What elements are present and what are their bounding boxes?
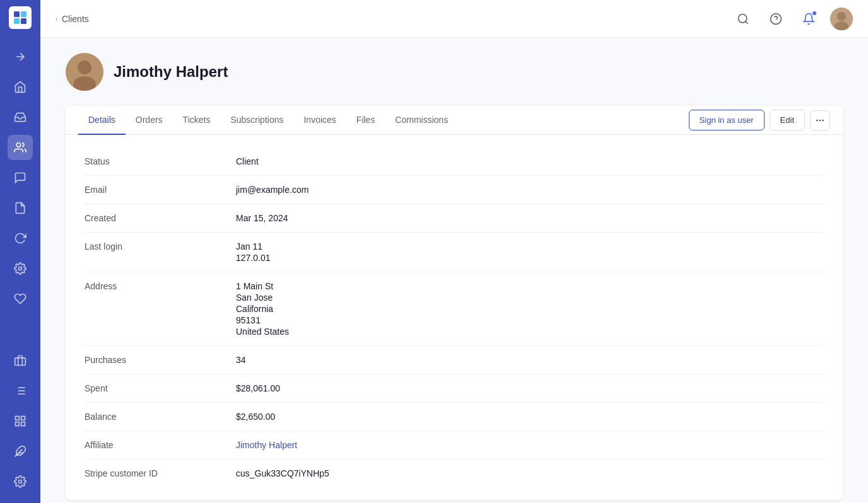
breadcrumb-arrow: ‹ bbox=[56, 14, 58, 23]
detail-value-affiliate[interactable]: Jimothy Halpert bbox=[236, 440, 824, 450]
user-avatar[interactable] bbox=[830, 8, 853, 30]
detail-label-stripe-id: Stripe customer ID bbox=[85, 468, 236, 478]
detail-label-purchases: Purchases bbox=[85, 355, 236, 365]
notification-badge bbox=[811, 10, 818, 16]
detail-label-address: Address bbox=[85, 281, 236, 337]
detail-row-spent: Spent $28,061.00 bbox=[85, 374, 824, 403]
edit-button[interactable]: Edit bbox=[770, 110, 805, 130]
tab-commissions[interactable]: Commissions bbox=[385, 106, 458, 135]
sidebar-item-handshake[interactable] bbox=[8, 286, 33, 311]
svg-point-28 bbox=[78, 61, 91, 74]
address-city: San Jose bbox=[236, 292, 824, 303]
sign-in-as-user-button[interactable]: Sign in as user bbox=[689, 110, 765, 130]
svg-point-32 bbox=[822, 119, 824, 121]
sidebar-item-document[interactable] bbox=[8, 195, 33, 221]
tab-subscriptions[interactable]: Subscriptions bbox=[220, 106, 293, 135]
tab-tickets[interactable]: Tickets bbox=[173, 106, 221, 135]
detail-row-address: Address 1 Main St San Jose California 95… bbox=[85, 272, 824, 346]
sidebar-item-plugin[interactable] bbox=[8, 439, 33, 464]
address-zip: 95131 bbox=[236, 315, 824, 325]
address-state: California bbox=[236, 304, 824, 314]
tabs-actions: Sign in as user Edit bbox=[689, 110, 830, 130]
address-country: United States bbox=[236, 327, 824, 337]
client-avatar bbox=[66, 53, 103, 91]
svg-rect-1 bbox=[21, 11, 26, 17]
sidebar-item-users[interactable] bbox=[8, 135, 33, 160]
detail-value-purchases: 34 bbox=[236, 355, 824, 365]
detail-label-balance: Balance bbox=[85, 412, 236, 422]
svg-rect-2 bbox=[14, 18, 20, 24]
detail-value-last-login: Jan 11 127.0.01 bbox=[236, 241, 824, 263]
detail-table: Status Client Email jim@example.com Crea… bbox=[66, 135, 843, 500]
svg-rect-3 bbox=[21, 18, 26, 24]
breadcrumb: ‹ Clients bbox=[56, 14, 89, 24]
sidebar-item-grid[interactable] bbox=[8, 408, 33, 434]
client-name: Jimothy Halpert bbox=[114, 63, 228, 81]
sidebar-item-refresh[interactable] bbox=[8, 226, 33, 251]
sidebar-item-settings[interactable] bbox=[8, 469, 33, 494]
detail-value-created: Mar 15, 2024 bbox=[236, 213, 824, 223]
detail-card: Details Orders Tickets Subscriptions Inv… bbox=[66, 106, 843, 500]
tab-orders[interactable]: Orders bbox=[126, 106, 173, 135]
detail-row-stripe-id: Stripe customer ID cus_Guk33CQ7iYNHp5 bbox=[85, 460, 824, 487]
svg-point-31 bbox=[819, 119, 821, 121]
tab-invoices[interactable]: Invoices bbox=[293, 106, 346, 135]
sidebar-item-arrow-right[interactable] bbox=[8, 44, 33, 69]
client-header: Jimothy Halpert bbox=[66, 53, 843, 91]
detail-label-spent: Spent bbox=[85, 383, 236, 393]
header-actions bbox=[732, 8, 853, 30]
detail-value-status: Client bbox=[236, 156, 824, 166]
svg-rect-13 bbox=[16, 417, 20, 420]
svg-line-21 bbox=[746, 21, 748, 23]
tab-files[interactable]: Files bbox=[346, 106, 385, 135]
help-button[interactable] bbox=[765, 8, 787, 30]
detail-label-affiliate: Affiliate bbox=[85, 440, 236, 450]
page-header: ‹ Clients bbox=[40, 0, 868, 38]
detail-row-purchases: Purchases 34 bbox=[85, 346, 824, 374]
detail-row-balance: Balance $2,650.00 bbox=[85, 403, 824, 431]
detail-label-email: Email bbox=[85, 185, 236, 195]
last-login-date: Jan 11 bbox=[236, 241, 824, 252]
detail-label-status: Status bbox=[85, 156, 236, 166]
svg-point-4 bbox=[16, 143, 21, 147]
detail-row-last-login: Last login Jan 11 127.0.01 bbox=[85, 233, 824, 272]
svg-point-25 bbox=[837, 12, 846, 21]
svg-rect-15 bbox=[21, 422, 25, 426]
svg-rect-0 bbox=[14, 11, 20, 17]
last-login-ip: 127.0.01 bbox=[236, 253, 824, 263]
sidebar-item-chat[interactable] bbox=[8, 165, 33, 190]
detail-value-address: 1 Main St San Jose California 95131 Unit… bbox=[236, 281, 824, 337]
detail-label-last-login: Last login bbox=[85, 241, 236, 263]
detail-row-affiliate: Affiliate Jimothy Halpert bbox=[85, 431, 824, 460]
address-street: 1 Main St bbox=[236, 281, 824, 291]
detail-row-email: Email jim@example.com bbox=[85, 176, 824, 204]
main-content: ‹ Clients bbox=[40, 0, 868, 503]
sidebar-item-home[interactable] bbox=[8, 74, 33, 100]
detail-row-status: Status Client bbox=[85, 147, 824, 176]
breadcrumb-clients-link[interactable]: Clients bbox=[62, 14, 89, 24]
detail-label-created: Created bbox=[85, 213, 236, 223]
sidebar bbox=[0, 0, 40, 503]
sidebar-item-inbox[interactable] bbox=[8, 105, 33, 130]
tab-details[interactable]: Details bbox=[78, 106, 126, 135]
detail-value-spent: $28,061.00 bbox=[236, 383, 824, 393]
detail-value-stripe-id: cus_Guk33CQ7iYNHp5 bbox=[236, 468, 824, 478]
search-button[interactable] bbox=[732, 8, 754, 30]
tabs-header: Details Orders Tickets Subscriptions Inv… bbox=[66, 106, 843, 135]
svg-rect-16 bbox=[16, 422, 20, 426]
svg-point-5 bbox=[19, 267, 22, 270]
detail-value-email: jim@example.com bbox=[236, 185, 824, 195]
more-options-button[interactable] bbox=[810, 110, 830, 130]
page-content: Jimothy Halpert Details Orders Tickets S… bbox=[40, 38, 868, 503]
sidebar-item-list[interactable] bbox=[8, 378, 33, 403]
detail-value-balance: $2,650.00 bbox=[236, 412, 824, 422]
notifications-button[interactable] bbox=[797, 8, 820, 30]
sidebar-item-gear[interactable] bbox=[8, 256, 33, 281]
svg-point-30 bbox=[816, 119, 818, 121]
sidebar-item-briefcase[interactable] bbox=[8, 348, 33, 373]
svg-point-19 bbox=[19, 480, 22, 483]
app-logo[interactable] bbox=[9, 6, 32, 29]
svg-point-20 bbox=[739, 14, 747, 22]
detail-row-created: Created Mar 15, 2024 bbox=[85, 204, 824, 233]
svg-rect-14 bbox=[21, 417, 25, 420]
